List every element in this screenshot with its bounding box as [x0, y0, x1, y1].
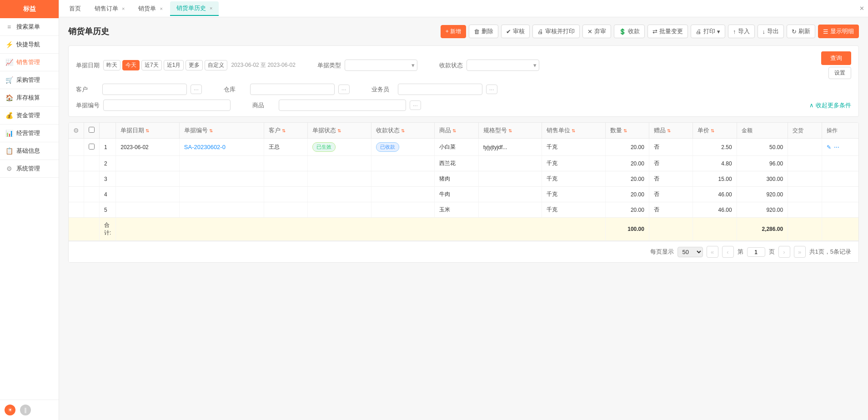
col-doc-date[interactable]: 单据日期 ⇅ [116, 123, 180, 139]
col-payment-status[interactable]: 收款状态 ⇅ [371, 123, 435, 139]
doc-status-badge: 已生效 [312, 142, 336, 152]
page-prev-btn[interactable]: ‹ [722, 246, 734, 258]
salesperson-input[interactable] [398, 84, 482, 95]
sidebar-item-basic-info[interactable]: 📋 基础信息 [0, 142, 59, 160]
page-number-input[interactable] [747, 247, 765, 257]
sidebar-footer-btn1[interactable]: ☀ [5, 405, 15, 415]
tab-home[interactable]: 首页 [63, 2, 87, 15]
edit-btn[interactable]: ✎ [827, 144, 831, 150]
import-button[interactable]: ↑ 导入 [728, 25, 755, 38]
tab-bar-close-all[interactable]: ✕ [859, 5, 864, 12]
select-all-checkbox[interactable] [89, 127, 95, 133]
sidebar-footer: ☀ ‖ [0, 400, 59, 420]
salesperson-ellipsis[interactable]: ··· [486, 85, 497, 94]
page-header: 销货单历史 + 新增 🗑 删除 ✔ 审核 🖨 审核并打印 ✕ 弃审 [68, 25, 859, 38]
cell-doc-date: 2023-06-02 [116, 139, 180, 156]
new-button[interactable]: + 新增 [441, 25, 466, 38]
sidebar-item-ops[interactable]: 📊 经营管理 [0, 125, 59, 142]
payment-select[interactable] [467, 60, 539, 71]
doc-no-link[interactable]: SA-20230602-0 [184, 144, 226, 150]
cell-transaction [788, 171, 822, 187]
page-next-btn[interactable]: › [778, 246, 790, 258]
type-select[interactable] [345, 60, 417, 71]
sort-icon-docstatus: ⇅ [337, 128, 341, 133]
date-btn-yesterday[interactable]: 昨天 [103, 60, 120, 70]
sidebar-footer-btn2[interactable]: ‖ [20, 405, 31, 415]
filter-warehouse: 仓库 ··· [224, 84, 350, 95]
customer-input[interactable] [102, 84, 187, 95]
page-label: 第 [738, 248, 743, 256]
filter-type: 单据类型 [317, 60, 417, 71]
col-unit-price[interactable]: 单价 ⇅ [693, 123, 737, 139]
tab-sales-order[interactable]: 销售订单 × [88, 2, 131, 15]
cell-unit: 千克 [542, 187, 606, 202]
docno-input[interactable] [103, 100, 231, 111]
date-btn-today[interactable]: 今天 [122, 60, 140, 70]
audit-button[interactable]: ✔ 审核 [501, 25, 530, 38]
tab-sales-delivery[interactable]: 销货单 × [132, 2, 169, 15]
col-goods[interactable]: 商品 ⇅ [435, 123, 478, 139]
col-doc-status[interactable]: 单据状态 ⇅ [308, 123, 371, 139]
sidebar-item-search-menu[interactable]: ≡ 搜索菜单 [0, 18, 59, 36]
collapse-button[interactable]: ∧ 收起更多条件 [809, 101, 851, 110]
sidebar-item-sales-mgmt[interactable]: 📈 销售管理 [0, 54, 59, 71]
print-dropdown-icon: ▾ [717, 28, 720, 35]
warehouse-ellipsis[interactable]: ··· [338, 85, 350, 94]
cell-doc-status [308, 187, 371, 202]
audit-print-button[interactable]: 🖨 审核并打印 [532, 25, 580, 38]
query-button[interactable]: 查询 [821, 51, 851, 65]
page-first-btn[interactable]: « [707, 246, 718, 258]
page-size-select[interactable]: 50 20 100 [677, 247, 703, 257]
abandon-button[interactable]: ✕ 弃审 [582, 25, 611, 38]
col-qty[interactable]: 数量 ⇅ [605, 123, 649, 139]
date-btn-custom[interactable]: 自定义 [205, 60, 227, 70]
page-last-btn[interactable]: » [794, 246, 806, 258]
cell-seq: 5 [100, 202, 116, 218]
import-icon: ↑ [733, 28, 736, 35]
col-doc-no[interactable]: 单据编号 ⇅ [179, 123, 264, 139]
batch-change-button[interactable]: ⇄ 批量变更 [647, 25, 688, 38]
goods-ellipsis[interactable]: ··· [410, 100, 421, 110]
sort-icon-docno: ⇅ [209, 128, 213, 133]
cell-goods: 玉米 [435, 202, 478, 218]
print-button[interactable]: 🖨 打印 ▾ [691, 25, 725, 38]
cell-customer [264, 202, 307, 218]
collect-button[interactable]: 💲 收款 [614, 25, 645, 38]
tab-close-sales-history[interactable]: × [210, 5, 212, 11]
sidebar-item-label: 快捷导航 [16, 40, 40, 49]
row-checkbox[interactable] [89, 144, 95, 150]
sidebar-item-label: 基础信息 [16, 147, 40, 155]
cell-transaction [788, 202, 822, 218]
sidebar-item-purchase-mgmt[interactable]: 🛒 采购管理 [0, 71, 59, 89]
export-button[interactable]: ↓ 导出 [758, 25, 784, 38]
cell-doc-no [179, 187, 264, 202]
date-btn-7days[interactable]: 近7天 [141, 60, 162, 70]
col-customer[interactable]: 客户 ⇅ [264, 123, 307, 139]
sidebar-item-finance[interactable]: 💰 资金管理 [0, 107, 59, 125]
refresh-button[interactable]: ↻ 刷新 [787, 25, 815, 38]
date-btn-1month[interactable]: 近1月 [164, 60, 184, 70]
tab-sales-history[interactable]: 销货单历史 × [170, 1, 219, 16]
date-btn-more[interactable]: 更多 [186, 60, 203, 70]
col-spec[interactable]: 规格型号 ⇅ [478, 123, 542, 139]
goods-input[interactable] [279, 100, 406, 111]
show-detail-button[interactable]: ☰ 显示明细 [818, 25, 859, 38]
customer-label: 客户 [76, 85, 99, 94]
cell-qty: 20.00 [605, 139, 649, 156]
table-settings-icon[interactable]: ⚙ [73, 127, 79, 134]
cell-unit: 千克 [542, 139, 606, 156]
cell-unit: 千克 [542, 156, 606, 171]
delete-button[interactable]: 🗑 删除 [469, 25, 498, 38]
customer-ellipsis[interactable]: ··· [191, 85, 202, 94]
col-gift[interactable]: 赠品 ⇅ [649, 123, 692, 139]
warehouse-input[interactable] [250, 84, 335, 95]
col-unit[interactable]: 销售单位 ⇅ [542, 123, 606, 139]
sidebar-item-quick-nav[interactable]: ⚡ 快捷导航 [0, 36, 59, 54]
tab-close-sales-order[interactable]: × [122, 6, 125, 11]
sidebar-item-system-mgmt[interactable]: ⚙ 系统管理 [0, 160, 59, 178]
sidebar-item-inventory[interactable]: 🏠 库存核算 [0, 89, 59, 107]
settings-button[interactable]: 设置 [828, 67, 851, 79]
tab-close-sales-delivery[interactable]: × [160, 6, 162, 11]
more-btn[interactable]: ⋯ [834, 144, 839, 150]
summary-total-amount: 2,286.00 [737, 218, 788, 241]
